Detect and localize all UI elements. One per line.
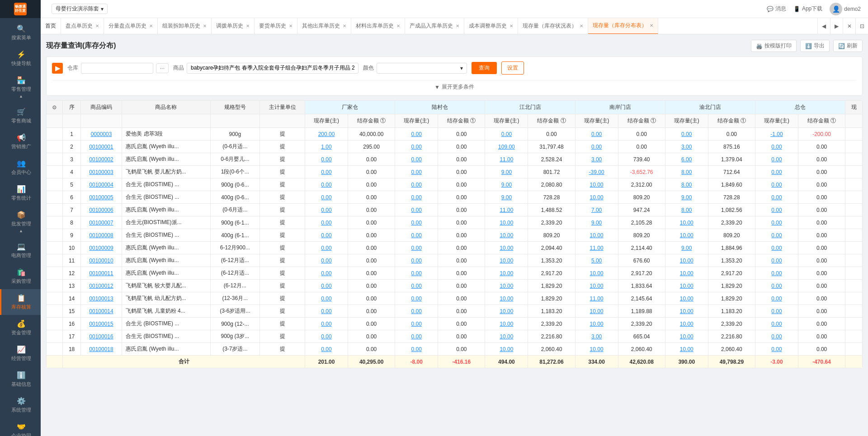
settings-cell[interactable] [47, 267, 63, 280]
product-label: 商品 [173, 64, 184, 72]
settings-cell[interactable] [47, 242, 63, 254]
user-area[interactable]: 👤 demo2 [830, 3, 861, 15]
sidebar-icon: ⚙️ [17, 397, 26, 405]
message-btn[interactable]: 💬 消息 [767, 5, 786, 13]
settings-cell[interactable] [47, 191, 63, 204]
nav-tab-7[interactable]: 材料出库单历史✕ [351, 18, 405, 34]
nav-next-btn[interactable]: ▶ [830, 18, 843, 34]
nav-tab-close[interactable]: ✕ [149, 23, 153, 28]
nav-tab-6[interactable]: 其他出库单历史✕ [297, 18, 351, 34]
name-cell: 合生元 (BIOSTIME) ... [122, 229, 210, 242]
sidebar-item-采购管理[interactable]: 🛍️采购管理 [0, 263, 41, 289]
nav-tab-close[interactable]: ✕ [343, 23, 346, 28]
settings-cell[interactable] [47, 229, 63, 242]
na-qty-cell: 10.00 [575, 178, 618, 191]
sidebar-item-零售统计[interactable]: 📊零售统计 [0, 180, 41, 206]
seq-cell: 13 [63, 280, 80, 292]
sidebar-item-库存核算[interactable]: 📋库存核算 [0, 289, 41, 315]
settings-cell[interactable] [47, 292, 63, 305]
na-qty-cell: 10.00 [575, 280, 618, 292]
app-download-btn[interactable]: 📱 App下载 [793, 5, 822, 13]
nav-tab-3[interactable]: 组装拆卸单历史✕ [158, 18, 212, 34]
nav-menu-btn[interactable]: ⊡ [855, 18, 868, 34]
total-fac-qty: 201.00 [305, 356, 348, 368]
seq-cell: 11 [63, 254, 80, 267]
settings-cell[interactable] [47, 204, 63, 216]
settings-cell[interactable] [47, 153, 63, 166]
sidebar-item-零售管理[interactable]: 🏪零售管理▲ [0, 71, 41, 103]
fac-qty-cell: 0.00 [305, 267, 348, 280]
unit-cell: 提 [260, 141, 305, 153]
settings-cell[interactable] [47, 254, 63, 267]
jb-qty-cell: 10.00 [485, 330, 528, 343]
yb-qty-cell: 10.00 [665, 305, 708, 318]
product-input[interactable] [187, 63, 359, 74]
avatar: 👤 [830, 3, 842, 15]
nav-tab-8[interactable]: 产成品入库单历史✕ [405, 18, 464, 34]
top-bar: 母婴行业演示陈套 ▾ 💬 消息 📱 App下载 👤 demo2 [0, 0, 868, 18]
settings-cell[interactable] [47, 343, 63, 356]
export-button[interactable]: ⬇️ 导出 [800, 40, 830, 52]
expand-label: 展开更多条件 [442, 83, 474, 91]
sidebar-item-基础信息[interactable]: ℹ️基础信息 [0, 366, 41, 392]
sidebar-item-企业协同[interactable]: 🤝企业协同 [0, 418, 41, 436]
search-button[interactable]: 查询 [472, 62, 497, 74]
settings-cell[interactable] [47, 166, 63, 178]
settings-button[interactable]: 设置 [501, 61, 524, 75]
sidebar-item-搜索英单[interactable]: 🔍搜索英单 [0, 20, 41, 46]
settings-cell[interactable] [47, 318, 63, 330]
nav-tab-4[interactable]: 调拨单历史✕ [212, 18, 255, 34]
nav-tab-close[interactable]: ✕ [580, 23, 583, 28]
sh-tot-qty: 现存量(主) [755, 114, 798, 128]
nav-tab-close[interactable]: ✕ [650, 23, 653, 28]
settings-cell[interactable] [47, 141, 63, 153]
sidebar-icon: 🏪 [17, 76, 26, 84]
sidebar-item-资金管理[interactable]: 💰资金管理 [0, 315, 41, 341]
total-header: 总仓 [755, 101, 845, 114]
fac-amt-cell: 295.00 [348, 141, 395, 153]
lu-amt-cell: 0.00 [438, 305, 485, 318]
sidebar-item-经营管理[interactable]: 📈经营管理 [0, 341, 41, 366]
sidebar-item-快捷导航[interactable]: ⚡快捷导航 [0, 46, 41, 71]
warehouse-input[interactable] [81, 63, 153, 74]
sidebar-item-系统管理[interactable]: ⚙️系统管理 [0, 392, 41, 418]
sidebar-item-批发管理[interactable]: 📦批发管理▲ [0, 206, 41, 238]
nav-tab-0[interactable]: 首页 [41, 18, 61, 34]
nav-close-all-btn[interactable]: ✕ [843, 18, 855, 34]
nav-tab-5[interactable]: 要货单历史✕ [255, 18, 297, 34]
nav-tab-close[interactable]: ✕ [456, 23, 459, 28]
nav-tab-2[interactable]: 分量盘点单历史✕ [104, 18, 158, 34]
search-expand-btn[interactable]: ▶ [52, 63, 63, 74]
nav-tab-close[interactable]: ✕ [203, 23, 207, 28]
unit-cell: 提 [260, 153, 305, 166]
print-button[interactable]: 🖨️ 按模版打印 [751, 40, 797, 52]
nav-tab-close[interactable]: ✕ [396, 23, 400, 28]
nav-tab-close[interactable]: ✕ [289, 23, 292, 28]
yb-amt-cell: 1,379.04 [708, 153, 755, 166]
settings-cell[interactable] [47, 216, 63, 229]
tot-qty-cell: 0.00 [755, 229, 798, 242]
sidebar-item-零售商城[interactable]: 🛒零售商城 [0, 103, 41, 129]
sidebar-item-电商管理[interactable]: 💻电商管理 [0, 238, 41, 263]
color-selector[interactable]: ▾ [377, 63, 467, 74]
warehouse-ellipsis-btn[interactable]: ··· [156, 63, 169, 73]
settings-cell[interactable] [47, 305, 63, 318]
settings-cell[interactable] [47, 330, 63, 343]
refresh-button[interactable]: 🔄 刷新 [833, 40, 863, 52]
sidebar-item-营销推广[interactable]: 📢营销推广 [0, 129, 41, 155]
nav-prev-btn[interactable]: ◀ [817, 18, 830, 34]
store-selector[interactable]: 母婴行业演示陈套 ▾ [52, 4, 108, 14]
settings-cell[interactable] [47, 178, 63, 191]
nav-tab-11[interactable]: 现存量（库存分布表）✕ [588, 18, 658, 34]
extra-cell [845, 254, 863, 267]
nav-tab-9[interactable]: 成本调整单历史✕ [464, 18, 518, 34]
nav-tab-close[interactable]: ✕ [509, 23, 513, 28]
nav-tab-close[interactable]: ✕ [246, 23, 250, 28]
settings-cell[interactable] [47, 128, 63, 141]
expand-conditions-btn[interactable]: ▼ 展开更多条件 [52, 80, 857, 91]
nav-tab-close[interactable]: ✕ [95, 23, 99, 28]
nav-tab-1[interactable]: 盘点单历史✕ [61, 18, 104, 34]
nav-tab-10[interactable]: 现存量（库存状况表）✕ [518, 18, 588, 34]
settings-cell[interactable] [47, 280, 63, 292]
sidebar-item-会员中心[interactable]: 👥会员中心 [0, 155, 41, 180]
